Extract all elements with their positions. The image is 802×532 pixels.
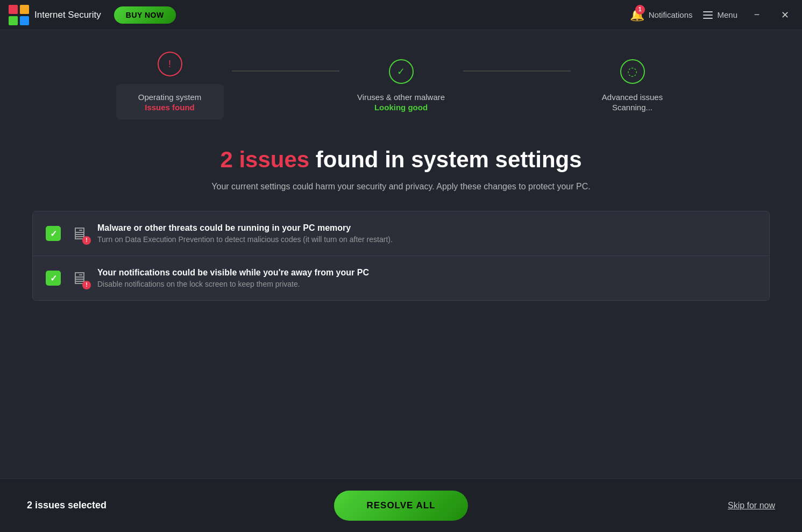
issue-icon-1-area: 🖥 ! — [70, 224, 88, 244]
skip-for-now-link[interactable]: Skip for now — [468, 501, 775, 510]
hamburger-icon — [703, 11, 713, 19]
warning-badge-1: ! — [82, 236, 91, 245]
step-2-status: Looking good — [374, 103, 428, 112]
menu-area[interactable]: Menu — [703, 10, 737, 19]
app-name-label: Internet Security — [34, 10, 101, 20]
notification-badge: 1 — [635, 5, 645, 15]
issue-desc-2: Disable notifications on the lock screen… — [97, 280, 756, 288]
issue-title-1: Malware or other threats could be runnin… — [97, 223, 756, 233]
issue-desc-1: Turn on Data Execution Prevention to det… — [97, 235, 756, 244]
logo-area: Internet Security — [9, 5, 114, 25]
connector-2 — [463, 70, 571, 72]
issue-list: 🖥 ! Malware or other threats could be ru… — [32, 211, 770, 301]
connector-1 — [232, 70, 339, 72]
notifications-area[interactable]: 🔔 1 Notifications — [630, 8, 693, 22]
step-advanced: ◌ Advanced issues Scanning... — [571, 59, 694, 112]
avg-logo-icon — [9, 5, 29, 25]
bottom-bar: 2 issues selected RESOLVE ALL Skip for n… — [0, 478, 802, 532]
issue-item-1: 🖥 ! Malware or other threats could be ru… — [33, 211, 769, 256]
issue-icon-2-area: 🖥 ! — [70, 268, 88, 288]
step-operating-system: ! Operating system Issues found — [108, 52, 232, 119]
resolve-all-button[interactable]: RESOLVE ALL — [334, 491, 467, 521]
step-3-circle: ◌ — [620, 59, 645, 84]
buy-now-button[interactable]: BUY NOW — [114, 6, 176, 24]
title-bar-right: 🔔 1 Notifications Menu − ✕ — [630, 6, 793, 24]
issue-text-1: Malware or other threats could be runnin… — [97, 223, 756, 244]
step-2-title: Viruses & other malware — [357, 91, 445, 103]
svg-rect-0 — [9, 5, 18, 14]
headline: 2 issues found in system settings — [32, 146, 770, 173]
step-2-circle: ✓ — [389, 59, 414, 84]
issue-text-2: Your notifications could be visible whil… — [97, 268, 756, 288]
checkbox-checked-icon-2[interactable] — [46, 271, 61, 286]
steps-container: ! Operating system Issues found ✓ Viruse… — [32, 52, 770, 119]
close-button[interactable]: ✕ — [776, 6, 793, 24]
step-1-title: Operating system — [138, 91, 202, 103]
minimize-button[interactable]: − — [748, 6, 765, 24]
step-1-status: Issues found — [145, 103, 195, 112]
step-viruses: ✓ Viruses & other malware Looking good — [339, 59, 463, 112]
main-content: ! Operating system Issues found ✓ Viruse… — [0, 30, 802, 301]
menu-label: Menu — [717, 10, 737, 19]
svg-rect-3 — [20, 16, 29, 25]
headline-rest: found in system settings — [309, 147, 581, 172]
step-1-box: Operating system Issues found — [116, 84, 224, 119]
step-1-circle: ! — [158, 52, 182, 76]
step-3-title: Advanced issues — [602, 91, 663, 103]
step-3-status: Scanning... — [612, 103, 652, 112]
notifications-label: Notifications — [649, 10, 693, 19]
issues-count: 2 issues — [220, 147, 309, 172]
svg-rect-1 — [20, 5, 29, 14]
title-bar: Internet Security BUY NOW 🔔 1 Notificati… — [0, 0, 802, 30]
issues-selected-label: 2 issues selected — [27, 500, 334, 511]
svg-rect-2 — [9, 16, 18, 25]
checkbox-1[interactable] — [46, 226, 61, 241]
issues-selected-text: 2 issues selected — [27, 500, 107, 510]
checkbox-2[interactable] — [46, 271, 61, 286]
subtitle: Your current settings could harm your se… — [32, 182, 770, 191]
checkbox-checked-icon-1[interactable] — [46, 226, 61, 241]
issue-item-2: 🖥 ! Your notifications could be visible … — [33, 256, 769, 300]
issue-title-2: Your notifications could be visible whil… — [97, 268, 756, 278]
warning-badge-2: ! — [82, 281, 91, 289]
